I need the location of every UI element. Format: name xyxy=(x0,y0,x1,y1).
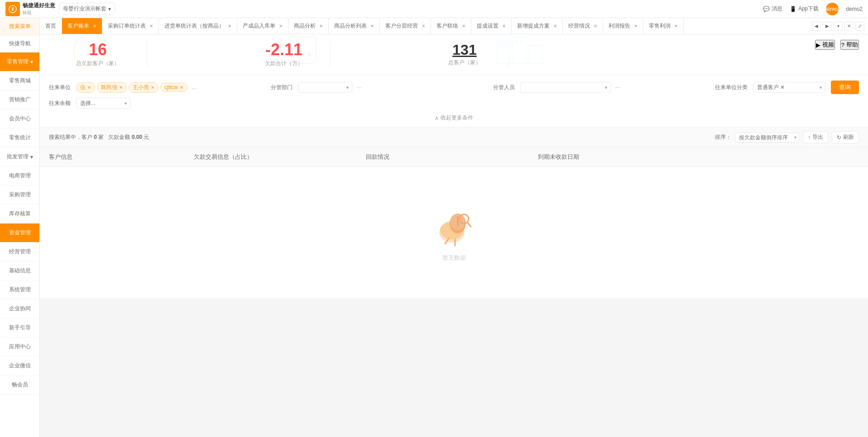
remove-cjttcw[interactable]: ✕ xyxy=(180,85,183,90)
tab-new-commission[interactable]: 新增提成方案 ✕ xyxy=(512,18,563,34)
tab-close-business[interactable]: ✕ xyxy=(594,24,597,28)
dept-select[interactable] xyxy=(298,82,352,93)
person-more-btn[interactable]: ··· xyxy=(613,83,623,91)
filter-tag-wu[interactable]: 伍 ✕ xyxy=(76,82,95,93)
remove-wu[interactable]: ✕ xyxy=(87,85,91,90)
tab-customer-contact[interactable]: 客户联络 ✕ xyxy=(431,18,471,34)
message-icon: 💬 xyxy=(763,6,770,12)
sort-label-text: 排序： xyxy=(715,133,731,141)
svg-line-21 xyxy=(467,223,471,227)
tab-next-btn[interactable]: ▶ xyxy=(823,22,832,31)
tab-maximize-btn[interactable]: ⤢ xyxy=(855,22,864,31)
company-dropdown[interactable]: 母婴行业演示帐套 ▾ xyxy=(59,3,115,15)
collapse-btn[interactable]: ∧ 收起更多条件 xyxy=(49,112,859,122)
filter-row-2: 往来余额 选择... xyxy=(49,98,859,109)
tab-close-tier[interactable]: ✕ xyxy=(422,24,425,28)
result-info: 搜索结果中，客户 0 家 欠款金额 0.00 元 xyxy=(49,133,149,141)
sidebar-item-basic[interactable]: 基础信息 xyxy=(0,261,39,280)
refresh-btn[interactable]: ↻ 刷新 xyxy=(832,131,859,143)
tab-close-retail-profit[interactable]: ✕ xyxy=(674,24,678,28)
sidebar-item-system[interactable]: 系统管理 xyxy=(0,280,39,299)
page-content: ¥ 16 总欠款客户（家） -2.11 欠 xyxy=(40,34,868,437)
tab-home[interactable]: 首页 xyxy=(40,18,62,34)
tab-close-instock[interactable]: ✕ xyxy=(228,24,231,28)
remove-chen[interactable]: ✕ xyxy=(119,85,123,90)
more-tags-btn[interactable]: ... xyxy=(189,83,199,91)
video-icon: ▶ xyxy=(816,42,820,48)
dept-more-btn[interactable]: ··· xyxy=(354,83,364,91)
sidebar-item-marketing[interactable]: 营销推广 xyxy=(0,90,39,109)
tab-commission-setting[interactable]: 提成设置 ✕ xyxy=(471,18,512,34)
refresh-icon: ↻ xyxy=(837,134,841,141)
tab-retail-profit[interactable]: 零售利润 ✕ xyxy=(643,18,684,34)
unit-type-select[interactable]: 普通客户 ✕ xyxy=(753,82,825,93)
sidebar-item-retail-mall[interactable]: 零售商城 xyxy=(0,71,39,90)
unit-type-select-wrap: 普通客户 ✕ xyxy=(753,82,825,93)
quick-nav[interactable]: 快捷导航 xyxy=(0,35,39,52)
tab-profit[interactable]: 利润报告 ✕ xyxy=(603,18,643,34)
search-menu[interactable]: 搜索菜单 xyxy=(0,18,39,35)
query-btn[interactable]: 查询 xyxy=(831,81,859,94)
tab-prev-btn[interactable]: ◀ xyxy=(812,22,821,31)
sidebar-item-operation[interactable]: 经营管理 xyxy=(0,242,39,261)
filter-tag-chen[interactable]: 陈民强 ✕ xyxy=(97,82,127,93)
tab-close-goods[interactable]: ✕ xyxy=(319,24,323,28)
tab-goods-analysis[interactable]: 商品分析 ✕ xyxy=(288,18,329,34)
tab-menu-btn[interactable]: ▾ xyxy=(834,22,843,31)
tab-purchase-order[interactable]: 采购订单统计表 ✕ xyxy=(102,18,159,34)
tab-close-new-commission[interactable]: ✕ xyxy=(553,24,557,28)
tab-close-customer-ledger[interactable]: ✕ xyxy=(93,24,96,28)
balance-select-wrap: 选择... xyxy=(76,98,130,109)
sidebar-item-member2[interactable]: 畅会员 xyxy=(0,375,39,394)
table-header: 客户信息 欠款交易信息（占比） 回款情况 到期未收款日期 xyxy=(40,147,868,167)
filter-tag-cjttcw[interactable]: cjttcw ✕ xyxy=(160,83,187,92)
balance-select[interactable]: 选择... xyxy=(76,98,130,109)
svg-rect-10 xyxy=(529,46,542,64)
sort-select[interactable]: 按欠款金额倒序排序 xyxy=(735,133,799,142)
sidebar-item-retail[interactable]: 零售管理 ▾ xyxy=(0,52,39,71)
svg-rect-8 xyxy=(497,41,511,64)
video-btn[interactable]: ▶ 视频 xyxy=(815,40,835,50)
sidebar-item-wholesale[interactable]: 批发管理 ▾ xyxy=(0,147,39,166)
message-btn[interactable]: 💬 消息 xyxy=(763,5,782,13)
tab-customer-ledger[interactable]: 客户账本 ✕ xyxy=(62,18,102,34)
sidebar-item-purchase[interactable]: 采购管理 xyxy=(0,185,39,204)
tab-close-commission[interactable]: ✕ xyxy=(502,24,506,28)
sidebar-item-wechat[interactable]: 企业微信 xyxy=(0,356,39,375)
tab-goods-list[interactable]: 商品分析列表 ✕ xyxy=(329,18,380,34)
help-btn[interactable]: ? 帮助 xyxy=(840,40,859,50)
sidebar-item-inventory[interactable]: 库存核算 xyxy=(0,204,39,223)
tab-produced[interactable]: 产成品入库单 ✕ xyxy=(237,18,288,34)
sidebar-item-member[interactable]: 会员中心 xyxy=(0,109,39,128)
unit-type-wrap: 普通客户 ✕ xyxy=(753,82,825,93)
person-filter-wrap: ··· xyxy=(520,82,710,93)
sidebar-item-ecommerce[interactable]: 电商管理 xyxy=(0,166,39,185)
tab-customer-tier[interactable]: 客户分层经营 ✕ xyxy=(380,18,431,34)
tab-close-purchase[interactable]: ✕ xyxy=(149,24,153,28)
avatar[interactable]: demo2 xyxy=(826,3,839,15)
unit-type-label: 往来单位分类 xyxy=(715,84,748,91)
tab-close-all-btn[interactable]: ✕ xyxy=(844,22,854,31)
filter-tag-wang[interactable]: 王小亮 ✕ xyxy=(129,82,158,93)
phone-icon: 📱 xyxy=(790,6,796,12)
chevron-icon: ▾ xyxy=(30,59,33,65)
sidebar-item-retail-stats[interactable]: 零售统计 xyxy=(0,128,39,147)
tab-close-goods-list[interactable]: ✕ xyxy=(370,24,374,28)
sidebar-item-finance[interactable]: 资金管理 xyxy=(0,223,39,242)
tab-close-produced[interactable]: ✕ xyxy=(279,24,283,28)
dept-select-wrap xyxy=(298,82,352,93)
remove-wang[interactable]: ✕ xyxy=(151,85,154,90)
person-select-wrap xyxy=(520,82,611,93)
person-select[interactable] xyxy=(520,82,611,93)
app-download-btn[interactable]: 📱 App下载 xyxy=(790,5,819,13)
svg-point-7 xyxy=(307,53,311,57)
tab-business[interactable]: 经营情况 ✕ xyxy=(563,18,603,34)
export-btn[interactable]: ↑ 导出 xyxy=(803,131,828,143)
tab-instock-stats[interactable]: 进货单统计表（按商品） ✕ xyxy=(159,18,237,34)
col-header-customer: 客户信息 xyxy=(49,153,194,161)
sidebar-item-guide[interactable]: 新手引导 xyxy=(0,318,39,337)
tab-close-profit[interactable]: ✕ xyxy=(634,24,638,28)
tab-close-contact[interactable]: ✕ xyxy=(462,24,465,28)
sidebar-item-corp[interactable]: 企业协同 xyxy=(0,299,39,318)
sidebar-item-appstore[interactable]: 应用中心 xyxy=(0,337,39,356)
